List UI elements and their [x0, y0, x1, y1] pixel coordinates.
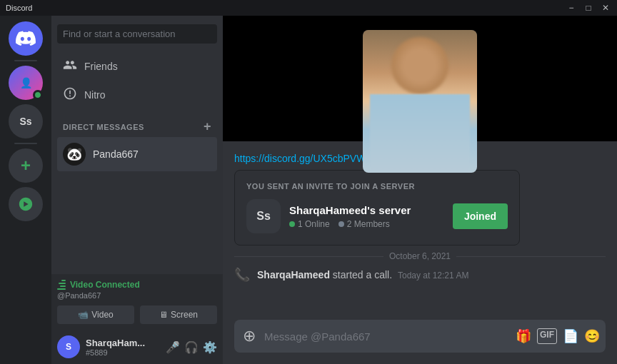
- dm-section-header: DIRECT MESSAGES +: [51, 109, 223, 137]
- sidebar-user-bar: S SharqaHam... #5889 🎤 🎧 ⚙️: [51, 330, 223, 364]
- nitro-icon: [63, 86, 77, 103]
- main-content: https://discord.gg/UX5cbPVW YOU SENT AN …: [223, 16, 617, 364]
- members-dot: [338, 221, 344, 227]
- friends-nav-item[interactable]: Friends: [54, 52, 220, 81]
- explore-servers-button[interactable]: [9, 187, 43, 221]
- date-divider: October 6, 2021: [234, 251, 606, 261]
- joined-button[interactable]: Joined: [453, 203, 508, 229]
- gift-icon[interactable]: 🎁: [516, 328, 531, 344]
- sidebar-user-avatar: S: [57, 335, 80, 358]
- sidebar-discriminator: #5889: [86, 348, 160, 357]
- discord-home-icon[interactable]: [9, 21, 43, 56]
- friends-icon: [63, 58, 77, 75]
- friends-label: Friends: [84, 61, 118, 72]
- message-input-actions: 🎁 GIF 📄 😊: [516, 328, 600, 344]
- user-status-dot: [33, 90, 43, 100]
- user-server-icon[interactable]: 👤: [9, 66, 43, 100]
- message-input-area: ⊕ 🎁 GIF 📄 😊: [223, 320, 617, 364]
- ss-server-icon[interactable]: Ss: [9, 104, 43, 138]
- gif-button[interactable]: GIF: [537, 328, 557, 344]
- maximize-button[interactable]: □: [583, 3, 594, 13]
- invite-server-info: SharqaHameed's server 1 Online 2 Members: [289, 204, 444, 229]
- server-divider-2: [14, 143, 37, 144]
- voice-status-area: Video Connected @Panda667 📹 Video 🖥 Scre…: [51, 274, 223, 330]
- sidebar-user-info: SharqaHam... #5889: [86, 338, 160, 357]
- call-message: 📞 SharqaHameed started a call. Today at …: [234, 267, 606, 283]
- screen-share-button[interactable]: 🖥 Screen: [140, 305, 217, 324]
- video-face: [363, 30, 477, 173]
- add-server-button[interactable]: +: [9, 148, 43, 183]
- voice-connected-label: Video Connected: [57, 280, 217, 290]
- message-input[interactable]: [264, 322, 510, 351]
- video-button[interactable]: 📹 Video: [57, 305, 134, 324]
- invite-server-name: SharqaHameed's server: [289, 204, 444, 216]
- server-sidebar: 👤 Ss +: [0, 16, 51, 364]
- video-area: [223, 16, 617, 141]
- invite-server-stats: 1 Online 2 Members: [289, 219, 444, 229]
- dm-nav: Friends Nitro: [51, 52, 223, 109]
- members-stat: 2 Members: [338, 219, 390, 229]
- message-input-wrapper: ⊕ 🎁 GIF 📄 😊: [234, 320, 606, 353]
- titlebar-title: Discord: [6, 4, 32, 12]
- settings-icon[interactable]: ⚙️: [203, 340, 217, 354]
- minimize-button[interactable]: −: [566, 3, 577, 13]
- sidebar-username: SharqaHam...: [86, 338, 160, 348]
- invite-server-icon: Ss: [246, 199, 281, 233]
- panda667-name: Panda667: [93, 148, 139, 160]
- screen-icon: 🖥: [159, 310, 168, 320]
- sidebar-user-icons: 🎤 🎧 ⚙️: [166, 340, 217, 354]
- voice-bars-icon: [57, 280, 66, 290]
- dm-add-button[interactable]: +: [204, 119, 211, 134]
- ss-server-label: Ss: [19, 116, 31, 127]
- call-caller: SharqaHameed: [257, 269, 330, 280]
- call-action: started a call.: [333, 269, 392, 280]
- app-body: 👤 Ss +: [0, 16, 617, 364]
- invite-card: YOU SENT AN INVITE TO JOIN A SERVER Ss S…: [234, 170, 520, 246]
- call-time: Today at 12:21 AM: [398, 271, 468, 280]
- voice-action-buttons: 📹 Video 🖥 Screen: [57, 305, 217, 324]
- nitro-nav-item[interactable]: Nitro: [54, 81, 220, 109]
- online-stat: 1 Online: [289, 219, 330, 229]
- dm-user-panda667[interactable]: 🐼 Panda667: [57, 137, 217, 171]
- voice-username: @Panda667: [57, 291, 217, 300]
- video-participant: [363, 30, 477, 173]
- titlebar: Discord − □ ✕: [0, 0, 617, 16]
- search-input[interactable]: [57, 24, 217, 44]
- dm-sidebar: Friends Nitro DIRECT MESSAGES + 🐼 Panda6…: [51, 16, 223, 364]
- nitro-label: Nitro: [84, 89, 106, 101]
- dm-search-area: [51, 16, 223, 52]
- sticker-icon[interactable]: 📄: [563, 328, 578, 344]
- emoji-icon[interactable]: 😊: [584, 328, 600, 344]
- close-button[interactable]: ✕: [600, 3, 611, 13]
- call-icon: 📞: [234, 267, 250, 283]
- titlebar-controls: − □ ✕: [566, 3, 611, 13]
- invite-card-header: YOU SENT AN INVITE TO JOIN A SERVER: [246, 182, 508, 191]
- microphone-icon[interactable]: 🎤: [166, 340, 180, 354]
- camera-icon: 📹: [78, 310, 89, 320]
- headphone-icon[interactable]: 🎧: [184, 340, 199, 354]
- add-attachment-button[interactable]: ⊕: [240, 320, 259, 353]
- panda667-avatar: 🐼: [63, 143, 86, 166]
- server-divider: [14, 60, 37, 61]
- online-dot: [289, 221, 295, 227]
- invite-card-body: Ss SharqaHameed's server 1 Online 2 Memb…: [246, 199, 508, 233]
